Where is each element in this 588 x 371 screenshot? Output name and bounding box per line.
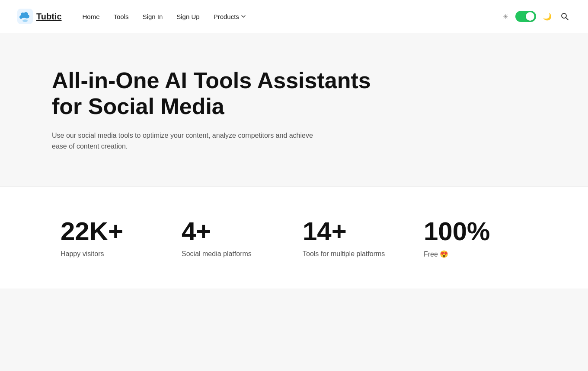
stat-platforms: 4+ Social media platforms — [173, 217, 294, 258]
stat-tools-number: 14+ — [303, 217, 406, 246]
stat-platforms-number: 4+ — [182, 217, 285, 246]
lower-section — [0, 289, 588, 371]
search-icon — [560, 12, 569, 21]
svg-line-3 — [566, 18, 568, 20]
theme-toggle[interactable] — [515, 11, 536, 22]
search-button[interactable] — [559, 10, 571, 22]
brand-name: Tubtic — [36, 12, 62, 22]
stat-free: 100% Free 😍 — [415, 217, 536, 258]
hero-subtext: Use our social media tools to optimize y… — [52, 130, 320, 152]
svg-point-2 — [562, 13, 566, 18]
nav-sign-in[interactable]: Sign In — [143, 13, 163, 20]
nav-sign-up[interactable]: Sign Up — [176, 13, 199, 20]
nav-products[interactable]: Products — [214, 13, 246, 20]
hero-headline: All-in-One AI Tools Assistants for Socia… — [52, 68, 380, 120]
nav-home[interactable]: Home — [83, 13, 100, 20]
toggle-knob — [526, 12, 534, 21]
nav-tools[interactable]: Tools — [114, 13, 129, 20]
stat-visitors: 22K+ Happy visitors — [52, 217, 173, 258]
stats-section: 22K+ Happy visitors 4+ Social media plat… — [0, 187, 588, 289]
sun-icon[interactable]: ☀ — [502, 13, 508, 21]
brand-logo-icon — [17, 9, 33, 24]
stat-visitors-number: 22K+ — [61, 217, 164, 246]
brand-logo-link[interactable]: Tubtic — [17, 9, 62, 24]
nav-controls: ☀ 🌙 — [502, 10, 571, 22]
stat-tools-label: Tools for multiple platforms — [303, 250, 406, 258]
stat-tools: 14+ Tools for multiple platforms — [294, 217, 415, 258]
moon-icon[interactable]: 🌙 — [543, 13, 552, 21]
stat-visitors-label: Happy visitors — [61, 250, 164, 258]
chevron-down-icon — [241, 14, 246, 19]
stat-free-number: 100% — [424, 217, 527, 246]
svg-point-1 — [22, 19, 28, 22]
nav-links: Home Tools Sign In Sign Up Products — [83, 13, 502, 20]
stat-platforms-label: Social media platforms — [182, 250, 285, 258]
hero-section: All-in-One AI Tools Assistants for Socia… — [0, 33, 588, 187]
nav-inner: Tubtic Home Tools Sign In Sign Up Produc… — [17, 9, 571, 24]
navbar: Tubtic Home Tools Sign In Sign Up Produc… — [0, 0, 588, 33]
stat-free-label: Free 😍 — [424, 250, 527, 258]
